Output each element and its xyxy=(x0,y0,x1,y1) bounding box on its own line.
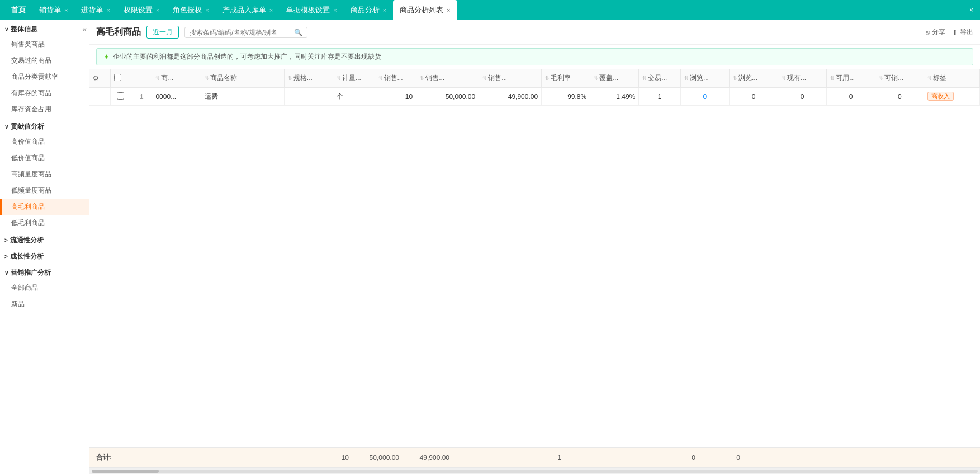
search-input[interactable] xyxy=(190,29,294,36)
row-tag[interactable]: 高收入 xyxy=(924,88,980,106)
sidebar-group-marketing[interactable]: ∨营销推广分析 xyxy=(0,264,89,280)
sort-icon-unit[interactable]: ⇅ xyxy=(337,76,341,81)
footer-sales-qty: 10 xyxy=(319,454,352,462)
nav-item-product-analysis[interactable]: 商品分析× xyxy=(344,0,393,20)
nav-close-sales[interactable]: × xyxy=(64,7,68,13)
col-header-available2[interactable]: ⇅可用... xyxy=(827,69,875,88)
sidebar-group-growth[interactable]: >成长性分析 xyxy=(0,247,89,264)
col-header-coverage[interactable]: ⇅覆盖... xyxy=(590,69,639,88)
link-cell[interactable]: 0 xyxy=(703,93,707,101)
sort-icon-code[interactable]: ⇅ xyxy=(155,76,160,81)
footer-cells: 10 50,000.00 49,900.00 1 0 0 xyxy=(123,454,973,462)
sidebar-group-flow[interactable]: >流通性分析 xyxy=(0,231,89,247)
sort-icon-margin-rate[interactable]: ⇅ xyxy=(545,76,550,81)
sidebar-item-contribution-rate[interactable]: 商品分类贡献率 xyxy=(0,69,89,85)
sort-icon-available2[interactable]: ⇅ xyxy=(830,76,835,81)
sort-icon-available1[interactable]: ⇅ xyxy=(782,76,786,81)
sort-icon-coverage[interactable]: ⇅ xyxy=(594,76,598,81)
horizontal-scrollbar[interactable] xyxy=(89,467,980,474)
col-label-coverage: 覆盖... xyxy=(599,73,618,83)
col-settings[interactable]: ⚙ xyxy=(89,69,110,88)
col-header-trade[interactable]: ⇅交易... xyxy=(639,69,681,88)
col-checkbox[interactable] xyxy=(110,69,131,88)
sort-icon-browse2[interactable]: ⇅ xyxy=(733,76,737,81)
sidebar-item-high-value[interactable]: 高价值商品 xyxy=(0,134,89,150)
col-header-available1[interactable]: ⇅现有... xyxy=(778,69,827,88)
share-button[interactable]: ⎋ 分享 xyxy=(926,27,945,37)
col-label-available1: 现有... xyxy=(787,73,806,83)
nav-close-product-storage[interactable]: × xyxy=(269,7,273,13)
row-code: 0000... xyxy=(152,88,201,106)
nav-item-sales[interactable]: 销货单× xyxy=(32,0,74,20)
sort-icon-name[interactable]: ⇅ xyxy=(205,76,209,81)
col-header-name[interactable]: ⇅商品名称 xyxy=(201,69,284,88)
nav-close-product-analysis-list[interactable]: × xyxy=(447,7,450,13)
col-header-browse2[interactable]: ⇅浏览... xyxy=(729,69,778,88)
select-all-checkbox[interactable] xyxy=(114,74,121,81)
sort-icon-sales-qty[interactable]: ⇅ xyxy=(378,76,383,81)
col-header-available3[interactable]: ⇅可销... xyxy=(875,69,924,88)
col-header-sales-amt[interactable]: ⇅销售... xyxy=(416,69,479,88)
sort-icon-sales-profit[interactable]: ⇅ xyxy=(482,76,487,81)
row-available3: 0 xyxy=(875,88,924,106)
nav-item-purchase[interactable]: 进货单× xyxy=(74,0,116,20)
footer-sales-profit: 49,900.00 xyxy=(403,454,453,462)
col-label-browse2: 浏览... xyxy=(738,73,758,83)
row-browse1[interactable]: 0 xyxy=(680,88,729,106)
nav-close-template-settings[interactable]: × xyxy=(333,7,337,13)
footer-sales-amt: 50,000.00 xyxy=(352,454,403,462)
nav-item-home[interactable]: 首页 xyxy=(4,0,32,20)
nav-close-purchase[interactable]: × xyxy=(106,7,110,13)
nav-item-product-storage[interactable]: 产成品入库单× xyxy=(216,0,280,20)
sidebar-item-sales-goods[interactable]: 销售类商品 xyxy=(0,36,89,53)
nav-item-permission-settings[interactable]: 权限设置× xyxy=(117,0,166,20)
sort-icon-tag[interactable]: ⇅ xyxy=(927,76,932,81)
sidebar-item-high-freq[interactable]: 高频量度商品 xyxy=(0,166,89,182)
sort-icon-sales-amt[interactable]: ⇅ xyxy=(420,76,424,81)
sort-icon-available3[interactable]: ⇅ xyxy=(879,76,883,81)
col-header-spec[interactable]: ⇅规格... xyxy=(284,69,333,88)
sort-icon-trade[interactable]: ⇅ xyxy=(642,76,647,81)
nav-item-template-settings[interactable]: 单据模板设置× xyxy=(280,0,343,20)
row-name: 运费 xyxy=(201,88,284,106)
period-button[interactable]: 近一月 xyxy=(146,26,179,39)
sidebar-item-traded-goods[interactable]: 交易过的商品 xyxy=(0,53,89,69)
col-label-sales-profit: 销售... xyxy=(488,73,507,83)
alert-text: 企业的主要的利润都是这部分商品创造的，可考虑加大推广，同时关注库存是不要出现缺货 xyxy=(113,52,381,62)
settings-icon[interactable]: ⚙ xyxy=(93,74,99,82)
col-header-sales-qty[interactable]: ⇅销售... xyxy=(375,69,416,88)
sidebar-item-low-freq[interactable]: 低频量度商品 xyxy=(0,182,89,199)
sidebar-group-overall[interactable]: ∨整体信息 xyxy=(0,20,89,36)
row-checkbox-0[interactable] xyxy=(117,92,124,100)
search-icon[interactable]: 🔍 xyxy=(294,29,302,36)
col-label-sales-qty: 销售... xyxy=(384,73,403,83)
col-header-tag[interactable]: ⇅标签 xyxy=(924,69,980,88)
nav-item-product-analysis-list[interactable]: 商品分析列表× xyxy=(393,0,457,20)
sidebar-item-low-margin[interactable]: 低毛利商品 xyxy=(0,215,89,231)
sidebar-item-capital-occupation[interactable]: 库存资金占用 xyxy=(0,101,89,118)
nav-item-role-permission[interactable]: 角色授权× xyxy=(166,0,215,20)
export-button[interactable]: ⬆ 导出 xyxy=(952,27,973,37)
nav-close-permission-settings[interactable]: × xyxy=(156,7,159,13)
scrollbar-thumb[interactable] xyxy=(92,470,159,473)
col-header-unit[interactable]: ⇅计量... xyxy=(333,69,375,88)
tag-badge: 高收入 xyxy=(927,92,954,101)
col-num xyxy=(131,69,152,88)
sidebar-item-low-value[interactable]: 低价值商品 xyxy=(0,150,89,166)
sidebar-item-high-margin[interactable]: 高毛利商品 xyxy=(0,199,89,215)
col-header-code[interactable]: ⇅商... xyxy=(152,69,201,88)
sidebar-item-in-stock[interactable]: 有库存的商品 xyxy=(0,85,89,101)
nav-close-product-analysis[interactable]: × xyxy=(383,7,386,13)
sidebar-item-new-goods[interactable]: 新品 xyxy=(0,296,89,312)
nav-close-role-permission[interactable]: × xyxy=(205,7,209,13)
col-header-margin-rate[interactable]: ⇅毛利率 xyxy=(542,69,590,88)
sidebar-item-all-goods[interactable]: 全部商品 xyxy=(0,280,89,296)
sidebar-group-financial[interactable]: ∨贡献值分析 xyxy=(0,118,89,134)
col-header-browse1[interactable]: ⇅浏览... xyxy=(680,69,729,88)
sort-icon-spec[interactable]: ⇅ xyxy=(288,76,292,81)
col-header-sales-profit[interactable]: ⇅销售... xyxy=(479,69,542,88)
sort-icon-browse1[interactable]: ⇅ xyxy=(684,76,689,81)
footer-empty-4 xyxy=(609,454,654,462)
window-close-button[interactable]: × xyxy=(967,5,976,15)
sidebar-collapse-button[interactable]: « xyxy=(82,25,87,34)
